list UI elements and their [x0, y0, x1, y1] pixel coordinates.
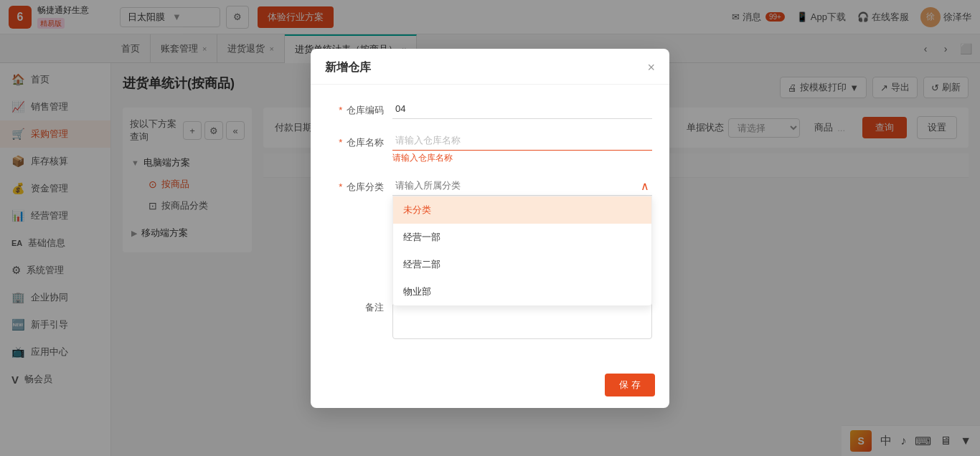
name-label: * 仓库名称: [328, 131, 392, 149]
save-button[interactable]: 保 存: [605, 374, 655, 396]
notes-label: 备注: [328, 296, 392, 314]
dropdown-item-ops2[interactable]: 经营二部: [393, 251, 651, 278]
dropdown-item-property[interactable]: 物业部: [393, 278, 651, 305]
dropdown-item-ops1[interactable]: 经营一部: [393, 224, 651, 251]
code-label: * 仓库编码: [328, 99, 392, 117]
warehouse-code-input[interactable]: [392, 99, 652, 119]
dialog-footer: 保 存: [311, 365, 669, 408]
warehouse-name-row: * 仓库名称 请输入仓库名称: [328, 130, 652, 164]
category-select-wrap: ∧ 未分类 经营一部 经营二部 物业部: [392, 176, 652, 196]
dropdown-item-uncategorized[interactable]: 未分类: [393, 196, 651, 224]
warehouse-name-input[interactable]: [392, 130, 652, 151]
dialog-body: * 仓库编码 * 仓库名称 请输入仓库名称: [311, 85, 669, 365]
new-warehouse-dialog: 新增仓库 × * 仓库编码 * 仓库名称: [311, 49, 669, 408]
category-input[interactable]: [392, 176, 652, 196]
category-dropdown: 未分类 经营一部 经营二部 物业部: [392, 196, 652, 306]
dialog-header: 新增仓库 ×: [311, 49, 669, 85]
name-error-message: 请输入仓库名称: [392, 152, 453, 164]
category-label: * 仓库分类: [328, 176, 392, 194]
dialog-title: 新增仓库: [325, 60, 371, 75]
warehouse-code-row: * 仓库编码: [328, 99, 652, 119]
dialog-overlay: 新增仓库 × * 仓库编码 * 仓库名称: [0, 0, 980, 456]
warehouse-category-row: * 仓库分类 ∧ 未分类 经营一部 经营二部 物业部: [328, 176, 652, 196]
dialog-close-button[interactable]: ×: [647, 60, 655, 75]
